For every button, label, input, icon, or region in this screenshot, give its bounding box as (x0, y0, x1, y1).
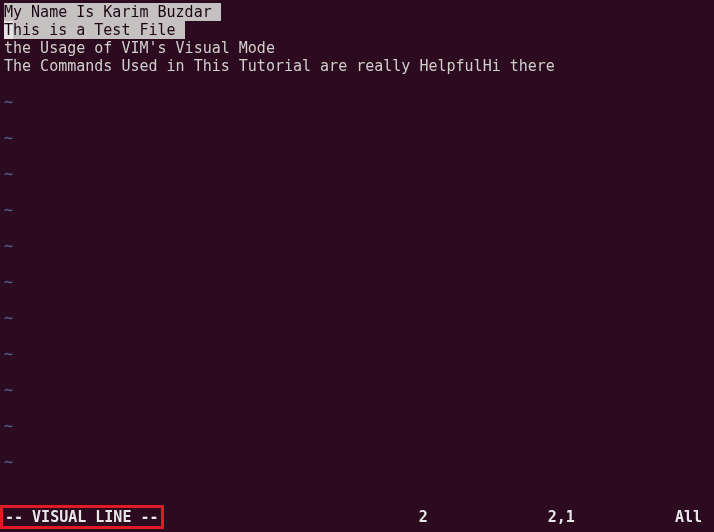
visual-selection: My Name Is Karim Buzdar (4, 3, 212, 21)
empty-line: ~ (4, 381, 710, 399)
empty-line (4, 255, 710, 273)
empty-line: ~ (4, 129, 710, 147)
visual-selection-trail (176, 21, 185, 39)
empty-line (4, 471, 710, 489)
empty-line: ~ (4, 453, 710, 471)
text-line: the Usage of VIM's Visual Mode (4, 39, 710, 57)
empty-line: ~ (4, 93, 710, 111)
tilde-indicator: ~ (4, 417, 13, 435)
tilde-indicator: ~ (4, 381, 13, 399)
tilde-indicator: ~ (4, 453, 13, 471)
mode-indicator: -- VISUAL LINE -- (0, 505, 164, 529)
empty-line (4, 111, 710, 129)
text-line: This is a Test File (4, 21, 710, 39)
empty-line: ~ (4, 165, 710, 183)
status-bar: -- VISUAL LINE -- 2 2,1 All (0, 508, 714, 526)
text-line: The Commands Used in This Tutorial are r… (4, 57, 710, 75)
tilde-indicator: ~ (4, 309, 13, 327)
scroll-indicator: All (675, 508, 702, 526)
empty-line: ~ (4, 309, 710, 327)
tilde-indicator: ~ (4, 129, 13, 147)
cursor-position: 2,1 (548, 508, 575, 526)
empty-line: ~ (4, 237, 710, 255)
status-right: 2 2,1 All (419, 508, 702, 526)
empty-line (4, 147, 710, 165)
empty-line (4, 183, 710, 201)
empty-line (4, 435, 710, 453)
visual-selection-trail (212, 3, 221, 21)
empty-line: ~ (4, 201, 710, 219)
empty-line (4, 219, 710, 237)
tilde-indicator: ~ (4, 273, 13, 291)
text-line: My Name Is Karim Buzdar (4, 3, 710, 21)
tilde-indicator: ~ (4, 237, 13, 255)
visual-line-count: 2 (419, 508, 428, 526)
empty-line (4, 291, 710, 309)
tilde-indicator: ~ (4, 165, 13, 183)
editor-text-area[interactable]: My Name Is Karim Buzdar This is a Test F… (0, 0, 714, 489)
empty-line: ~ (4, 273, 710, 291)
tilde-indicator: ~ (4, 345, 13, 363)
visual-selection: his is a Test File (13, 21, 176, 39)
empty-line (4, 399, 710, 417)
empty-line: ~ (4, 345, 710, 363)
empty-line (4, 327, 710, 345)
cursor: T (4, 21, 13, 39)
tilde-indicator: ~ (4, 201, 13, 219)
tilde-indicator: ~ (4, 93, 13, 111)
empty-line (4, 363, 710, 381)
empty-line (4, 75, 710, 93)
empty-line: ~ (4, 417, 710, 435)
